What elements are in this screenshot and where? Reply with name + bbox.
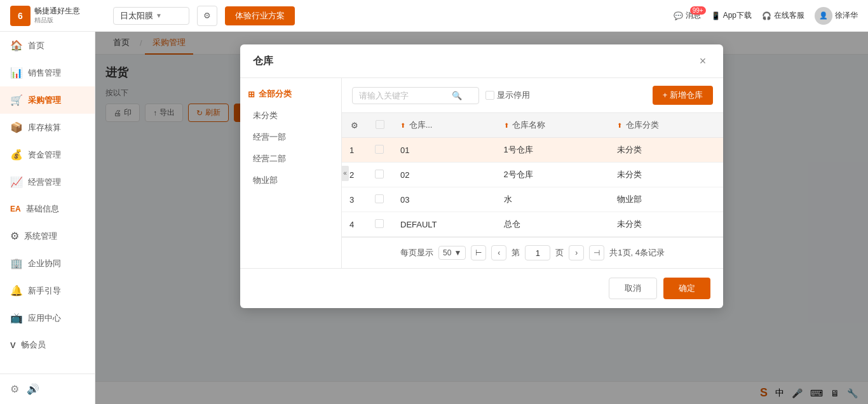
table-row[interactable]: 4 DEFAULT 总仓 未分类 [342,212,723,237]
category-all[interactable]: ⊞ 全部分类 [240,83,341,105]
total-info: 共1页, 4条记录 [609,247,665,259]
category-item-dept1[interactable]: 经营一部 [240,126,341,148]
sidebar-label-member: 畅会员 [21,339,46,351]
select-all-checkbox[interactable] [376,120,384,129]
row4-name: 总仓 [496,212,610,237]
logo-sub: 精品版 [34,16,80,25]
collapse-panel-button[interactable]: « [341,166,349,181]
show-disabled-checkbox[interactable] [485,91,494,100]
row2-code: 02 [393,163,496,187]
cancel-button[interactable]: 取消 [609,278,657,299]
th-checkbox [367,113,393,138]
sidebar-item-member[interactable]: V 畅会员 [0,332,95,358]
last-page-button[interactable]: ⊣ [589,245,604,260]
search-input-wrap[interactable]: 🔍 [352,87,479,104]
member-icon: V [10,340,16,350]
sidebar-item-system[interactable]: ⚙ 系统管理 [0,222,95,250]
settings-button[interactable]: ⚙ [197,6,217,26]
industry-btn[interactable]: 体验行业方案 [225,6,295,25]
row4-category: 未分类 [609,212,723,237]
settings-bottom-icon[interactable]: ⚙ [10,383,19,395]
show-disabled-label: 显示停用 [485,90,530,101]
warehouse-modal: 仓库 × ⊞ 全部分类 未分类 经营一部 经营二部 物业部 [240,44,723,308]
sidebar-label-guide: 新手引导 [28,285,61,297]
user-item[interactable]: 👤 徐泽华 [815,7,858,25]
row1-checkbox[interactable] [375,145,384,154]
main-layout: 🏠 首页 📊 销售管理 🛒 采购管理 📦 库存核算 💰 资金管理 📈 经营管理 … [0,32,868,404]
store-selector[interactable]: 日太阳膜 ▼ [113,7,189,25]
sidebar-item-purchase[interactable]: 🛒 采购管理 [0,86,95,114]
sales-icon: 📊 [10,67,23,79]
search-input[interactable] [359,91,448,100]
row4-checkbox[interactable] [375,219,384,228]
row1-check [367,138,393,163]
row3-category: 物业部 [609,187,723,212]
table-row[interactable]: 3 03 水 物业部 [342,187,723,212]
page-size-select[interactable]: 50 ▼ [438,246,466,260]
next-page-button[interactable]: › [569,245,584,260]
purchase-icon: 🛒 [10,94,23,106]
add-warehouse-button[interactable]: + 新增仓库 [653,86,713,105]
sidebar-item-finance[interactable]: 💰 资金管理 [0,141,95,168]
row4-check [367,212,393,237]
table-row[interactable]: 2 02 2号仓库 未分类 [342,163,723,187]
sidebar-label-enterprise: 企业协同 [28,258,61,269]
modal-header: 仓库 × [240,44,723,78]
sidebar-label-finance: 资金管理 [28,149,61,161]
messages-badge: 99+ [690,6,706,15]
headset-icon: 🎧 [762,11,771,20]
sidebar-item-enterprise[interactable]: 🏢 企业协同 [0,250,95,277]
show-disabled-text: 显示停用 [497,90,530,101]
message-icon: 💬 [674,11,683,20]
home-icon: 🏠 [10,39,23,51]
app-download-item[interactable]: 📱 App下载 [711,10,752,21]
basic-icon: EA [10,205,21,213]
sidebar-label-system: 系统管理 [24,231,57,242]
sidebar-item-home[interactable]: 🏠 首页 [0,32,95,59]
online-service-item[interactable]: 🎧 在线客服 [762,10,804,21]
category-item-property[interactable]: 物业部 [240,170,341,191]
page-label-end: 页 [555,247,564,259]
table-header: ⚙ ⬆ 仓库... [342,113,723,138]
sidebar-label-home: 首页 [28,40,44,51]
inventory-icon: 📦 [10,121,23,133]
prev-page-button[interactable]: ‹ [491,245,506,260]
sidebar-label-sales: 销售管理 [28,67,61,79]
th-settings-icon: ⚙ [351,121,358,130]
sidebar-item-inventory[interactable]: 📦 库存核算 [0,114,95,141]
sidebar-item-sales[interactable]: 📊 销售管理 [0,59,95,86]
sidebar-item-guide[interactable]: 🔔 新手引导 [0,277,95,304]
modal-overlay: 仓库 × ⊞ 全部分类 未分类 经营一部 经营二部 物业部 [95,32,868,404]
row3-name: 水 [496,187,610,212]
row1-num: 1 [342,138,367,163]
enterprise-icon: 🏢 [10,257,23,269]
guide-icon: 🔔 [10,285,23,297]
warehouse-content-panel: 🔍 显示停用 + 新增仓库 [342,78,723,268]
table-row[interactable]: 1 01 1号仓库 未分类 [342,138,723,163]
apps-icon: 📺 [10,312,23,324]
category-item-unclassified[interactable]: 未分类 [240,105,341,126]
sidebar-item-basic[interactable]: EA 基础信息 [0,196,95,222]
confirm-button[interactable]: 确定 [663,278,710,299]
row2-name: 2号仓库 [496,163,610,187]
page-size-label: 每页显示 [400,247,433,259]
pagination: 每页显示 50 ▼ ⊢ ‹ 第 页 › ⊣ 共1页 [342,237,723,268]
modal-close-button[interactable]: × [695,53,710,69]
row3-checkbox[interactable] [375,194,384,203]
messages-item[interactable]: 💬 消息 99+ [674,10,701,21]
finance-icon: 💰 [10,149,23,161]
top-header: 6 畅捷通好生意 精品版 日太阳膜 ▼ ⚙ 体验行业方案 💬 消息 99+ 📱 … [0,0,868,32]
row2-checkbox[interactable] [375,170,384,178]
row3-num: 3 [342,187,367,212]
page-size-value: 50 [443,248,451,257]
sort-icon-name: ⬆ [504,122,509,129]
th-settings: ⚙ [342,113,367,138]
sidebar-item-apps[interactable]: 📺 应用中心 [0,304,95,332]
search-bar: 🔍 显示停用 + 新增仓库 [342,78,723,113]
sound-icon[interactable]: 🔊 [27,383,39,395]
row4-code: DEFAULT [393,212,496,237]
category-item-dept2[interactable]: 经营二部 [240,148,341,170]
first-page-button[interactable]: ⊢ [471,245,486,260]
page-number-input[interactable] [525,245,550,260]
sidebar-item-operation[interactable]: 📈 经营管理 [0,168,95,196]
